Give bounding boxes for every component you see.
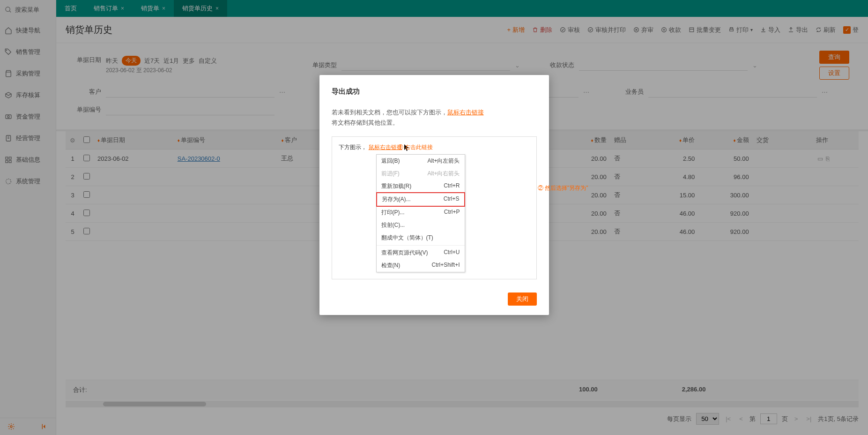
export-success-dialog: 导出成功 若未看到相关文档，您也可以按下方图示，鼠标右击链接 将文档存储到其他位… <box>319 75 549 315</box>
instruction-label: 下方图示， <box>339 143 367 151</box>
ctx-item: 重新加载(R)Ctrl+R <box>377 180 465 193</box>
modal-overlay: 导出成功 若未看到相关文档，您也可以按下方图示，鼠标右击链接 将文档存储到其他位… <box>0 0 868 435</box>
ctx-item: 翻成中文（简体）(T) <box>377 232 465 244</box>
ctx-item: 返回(B)Alt+向左箭头 <box>377 155 465 167</box>
close-button[interactable]: 关闭 <box>508 292 537 306</box>
dialog-text-part: 将文档存储到其他位置。 <box>332 119 399 126</box>
ctx-item: 检查(N)Ctrl+Shift+I <box>377 259 465 272</box>
ctx-item: 投射(C)... <box>377 219 465 232</box>
dialog-text-part: 若未看到相关文档，您也可以按下方图示， <box>332 109 447 116</box>
ctx-item: 打印(P)...Ctrl+P <box>377 206 465 219</box>
ctx-item: 前进(F)Alt+向右箭头 <box>377 167 465 180</box>
dialog-text: 若未看到相关文档，您也可以按下方图示，鼠标右击链接 将文档存储到其他位置。 <box>332 107 537 128</box>
annotation-1: ① 右击此链接 <box>398 143 433 151</box>
ctx-item: 查看网页源代码(V)Ctrl+U <box>377 247 465 259</box>
ctx-item: 另存为(A)...Ctrl+S <box>376 192 465 207</box>
context-menu-sample: 返回(B)Alt+向左箭头前进(F)Alt+向右箭头重新加载(R)Ctrl+R另… <box>376 154 465 272</box>
instruction-box: 下方图示，鼠标右击链接 ① 右击此链接 返回(B)Alt+向左箭头前进(F)Al… <box>332 136 537 279</box>
right-click-link[interactable]: 鼠标右击链接 <box>447 109 484 116</box>
dialog-title: 导出成功 <box>332 87 537 96</box>
annotation-2: ② 然后选择"另存为" <box>538 184 588 192</box>
